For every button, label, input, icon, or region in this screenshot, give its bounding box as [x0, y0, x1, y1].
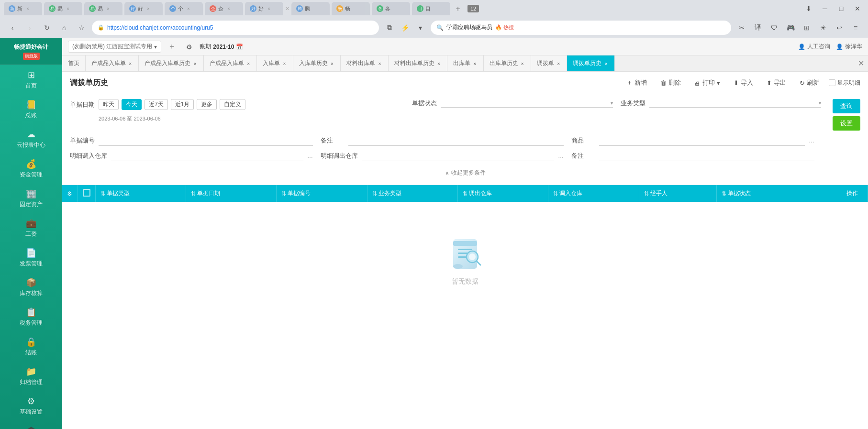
th-doc-date[interactable]: ⇅ 单据日期 [186, 185, 276, 202]
bookmark-button[interactable]: ☆ [75, 21, 88, 34]
browser-tab-4[interactable]: 好 好 × [124, 2, 163, 15]
out-warehouse-ellipsis[interactable]: … [558, 153, 564, 159]
user-service-btn[interactable]: 👤 人工咨询 [798, 43, 830, 51]
translate-icon[interactable]: 译 [751, 21, 765, 34]
print-button[interactable]: 🖨 打印 ▾ [690, 77, 724, 89]
close-all-tabs-button[interactable]: ✕ [854, 59, 868, 68]
th-out-warehouse[interactable]: ⇅ 调出仓库 [458, 185, 548, 202]
minimize-icon[interactable]: ─ [818, 2, 832, 15]
date-btn-today[interactable]: 今天 [122, 99, 142, 110]
tab-inbound-history-close[interactable]: × [330, 61, 334, 66]
new-tab-button[interactable]: ＋ [452, 3, 464, 14]
period-selector[interactable]: 账期 2021-10 📅 [200, 43, 243, 51]
th-doc-status[interactable]: ⇅ 单据状态 [716, 185, 807, 202]
tab-product-inbound[interactable]: 产成品入库单 × [86, 55, 139, 71]
sidebar-item-home[interactable]: ⊞ 首页 [0, 65, 62, 95]
sidebar-item-invoice[interactable]: 📄 发票管理 [0, 243, 62, 273]
scissors-icon[interactable]: ✂ [735, 21, 748, 34]
add-company-icon[interactable]: ＋ [165, 40, 178, 54]
url-bar[interactable]: 🔒 https://cloud.chanjet.com/accounting/u… [92, 21, 379, 35]
query-button[interactable]: 查询 [833, 99, 860, 113]
display-icon[interactable]: ☀ [816, 21, 830, 34]
grid-icon[interactable]: ⊞ [800, 21, 813, 34]
refresh-button[interactable]: ↻ 刷新 [796, 77, 823, 89]
undo-icon[interactable]: ↩ [833, 21, 846, 34]
tab-close-6[interactable]: × [227, 6, 230, 11]
display-toggle[interactable]: 显示明细 [829, 79, 860, 87]
tab-product-inbound2-close[interactable]: × [246, 61, 251, 66]
th-check[interactable] [78, 185, 95, 202]
select-all-checkbox[interactable] [83, 189, 90, 197]
tab-product-inbound-history[interactable]: 产成品入库单历史 × [139, 55, 203, 71]
collapse-button[interactable]: ∧ 收起更多条件 [70, 166, 860, 179]
doc-number-input[interactable] [99, 135, 313, 146]
sidebar-item-tax[interactable]: 📋 税务管理 [0, 302, 62, 332]
maximize-icon[interactable]: □ [835, 2, 848, 15]
delete-button[interactable]: 🗑 删除 [657, 77, 685, 89]
date-btn-last7[interactable]: 近7天 [145, 99, 168, 110]
tab-outbound-history-close[interactable]: × [520, 61, 525, 66]
th-doc-number[interactable]: ⇅ 单据编号 [277, 185, 367, 202]
display-checkbox[interactable] [829, 79, 835, 86]
browser-tab-5[interactable]: 个 个 × [165, 2, 203, 15]
downloads-icon[interactable]: ⬇ [802, 2, 815, 15]
th-handler[interactable]: ⇅ 经手人 [639, 185, 716, 202]
note-input[interactable] [348, 135, 564, 146]
tab-transfer-history[interactable]: 调拨单历史 × [567, 55, 614, 71]
tab-material-outbound-close[interactable]: × [377, 61, 382, 66]
menu-icon[interactable]: ≡ [849, 21, 862, 34]
goods-ellipsis[interactable]: … [809, 137, 814, 144]
extension1-icon[interactable]: 🛡 [768, 21, 781, 34]
home-button[interactable]: ⌂ [57, 21, 71, 34]
sidebar-item-cloud-report[interactable]: ☁ 云报表中心 [0, 124, 62, 154]
tab-outbound[interactable]: 出库单 × [447, 55, 483, 71]
status-select[interactable]: ▾ [441, 99, 612, 108]
refresh-button[interactable]: ↻ [40, 21, 54, 34]
browser-tab-10[interactable]: 各 各 [372, 2, 410, 15]
sidebar-item-archive[interactable]: 📁 归档管理 [0, 362, 62, 391]
sidebar-item-guide[interactable]: 🎓 新手引导 [0, 421, 62, 429]
tab-transfer-history-close[interactable]: × [603, 61, 608, 66]
date-btn-more[interactable]: 更多 [197, 99, 217, 110]
browser-tab-8[interactable]: 腾 腾 [291, 2, 330, 15]
sidebar-item-fund[interactable]: 💰 资金管理 [0, 154, 62, 184]
th-gear[interactable]: ⚙ [62, 185, 78, 202]
in-warehouse-input[interactable] [111, 151, 303, 161]
search-bar[interactable]: 🔍 学霸应聘场驱鸟员 🔥 热搜 [431, 21, 731, 35]
tab-close-3[interactable]: × [107, 6, 110, 11]
sidebar-item-settings[interactable]: ⚙ 基础设置 [0, 391, 62, 421]
out-warehouse-input[interactable] [362, 151, 554, 161]
date-btn-custom[interactable]: 自定义 [220, 99, 245, 110]
lightning-icon[interactable]: ⚡ [398, 21, 412, 34]
tab-outbound-close[interactable]: × [472, 61, 477, 66]
sidebar-item-fixed-asset[interactable]: 🏢 固定资产 [0, 184, 62, 213]
tab-close-4[interactable]: × [147, 6, 150, 11]
tab-material-outbound[interactable]: 材料出库单 × [341, 55, 388, 71]
tab-close-7[interactable]: × [267, 6, 270, 11]
forward-button[interactable]: › [23, 21, 36, 34]
browser-tab-9[interactable]: 畅 畅 [332, 2, 370, 15]
back-button[interactable]: ‹ [6, 21, 19, 34]
import-button[interactable]: ⬇ 导入 [730, 77, 757, 89]
tab-inbound-history[interactable]: 入库单历史 × [293, 55, 341, 71]
th-biz-type[interactable]: ⇅ 业务类型 [367, 185, 457, 202]
tab-close-5[interactable]: × [187, 6, 190, 11]
tab-close-1[interactable]: × [26, 6, 29, 11]
tab-product-inbound-close[interactable]: × [128, 61, 133, 66]
date-btn-yesterday[interactable]: 昨天 [99, 99, 119, 110]
close-window-icon[interactable]: ✕ [851, 2, 864, 15]
sidebar-item-closing[interactable]: 🔒 结账 [0, 332, 62, 362]
in-warehouse-ellipsis[interactable]: … [307, 153, 313, 159]
th-doc-type[interactable]: ⇅ 单据类型 [95, 185, 186, 202]
th-in-warehouse[interactable]: ⇅ 调入仓库 [548, 185, 639, 202]
tab-outbound-history[interactable]: 出库单历史 × [484, 55, 531, 71]
browser-tab-1[interactable]: 新 新 × [4, 2, 42, 15]
tab-close-2[interactable]: × [67, 6, 69, 11]
game-icon[interactable]: 🎮 [784, 21, 797, 34]
user-profile-btn[interactable]: 👤 徐泽华 [836, 43, 862, 51]
new-button[interactable]: ＋ 新增 [623, 77, 651, 89]
tab-transfer-close[interactable]: × [556, 61, 561, 66]
browser-tab-6[interactable]: 企 企 × [205, 2, 243, 15]
extensions-icon[interactable]: ⧉ [383, 21, 396, 34]
tab-product-inbound2[interactable]: 产成品入库单 × [204, 55, 257, 71]
